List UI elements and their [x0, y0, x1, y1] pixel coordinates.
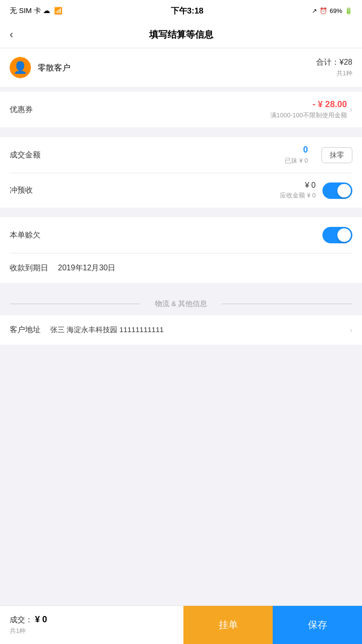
avatar-icon: 👤 — [13, 61, 28, 74]
arrearage-toggle[interactable] — [322, 227, 352, 243]
hang-button-label: 挂单 — [219, 618, 238, 631]
transaction-value: 0 — [285, 145, 308, 155]
wifi-icon: 📶 — [54, 7, 62, 14]
prepay-label: 冲预收 — [10, 185, 33, 196]
status-bar: 无 SIM 卡 ☁ 📶 下午3:18 ↗ ⏰ 69% 🔋 — [0, 0, 362, 21]
alarm-icon: ⏰ — [320, 7, 327, 14]
address-value: 张三 海淀永丰科技园 11111111111 — [50, 325, 350, 335]
prepay-text-block: ¥ 0 应收金额 ¥ 0 — [280, 181, 316, 200]
arrearage-label: 本单赊欠 — [10, 230, 41, 240]
coupon-description: 满1000-100不限制使用金额 — [270, 111, 347, 120]
hang-button[interactable]: 挂单 — [183, 606, 273, 644]
section-sep-1 — [0, 132, 362, 137]
main-content: 👤 零散客户 合计：¥28 共1种 优惠券 - ¥ 28.00 满1000-10… — [0, 48, 362, 494]
back-button[interactable]: ‹ — [10, 28, 13, 41]
bottom-deal-label: 成交： — [10, 616, 33, 624]
avatar: 👤 — [10, 57, 31, 78]
battery-label: 69% — [330, 7, 342, 14]
prepay-row: 冲预收 ¥ 0 应收金额 ¥ 0 — [0, 173, 362, 208]
transaction-right: 0 已抹 ¥ 0 抹零 — [285, 145, 352, 165]
customer-summary: 合计：¥28 共1种 — [316, 57, 352, 78]
customer-row: 👤 零散客户 合计：¥28 共1种 — [0, 48, 362, 87]
logistics-label: 物流 & 其他信息 — [155, 299, 207, 308]
toggle-knob — [337, 184, 351, 197]
total-count: 共1种 — [316, 69, 352, 78]
total-amount: 合计：¥28 — [316, 57, 352, 68]
address-row[interactable]: 客户地址 张三 海淀永丰科技园 11111111111 › — [0, 315, 362, 345]
sim-label: 无 SIM 卡 ☁ — [10, 6, 50, 15]
empty-space — [0, 350, 362, 446]
address-section: 客户地址 张三 海淀永丰科技园 11111111111 › — [0, 315, 362, 345]
save-button[interactable]: 保存 — [273, 606, 362, 644]
prepay-right: ¥ 0 应收金额 ¥ 0 — [280, 181, 352, 200]
transaction-value-block: 0 已抹 ¥ 0 — [285, 145, 308, 165]
transaction-sub: 已抹 ¥ 0 — [285, 156, 308, 165]
bottom-summary: 成交： ¥ 0 共1种 — [0, 615, 183, 635]
customer-name: 零散客户 — [38, 62, 70, 73]
coupon-row[interactable]: 优惠券 - ¥ 28.00 满1000-100不限制使用金额 › — [0, 92, 362, 127]
customer-section: 👤 零散客户 合计：¥28 共1种 — [0, 48, 362, 87]
prepay-value: ¥ 0 — [280, 181, 316, 190]
customer-left: 👤 零散客户 — [10, 57, 70, 78]
save-button-label: 保存 — [308, 618, 327, 631]
section-sep-3 — [0, 288, 362, 293]
address-chevron-icon: › — [350, 326, 352, 335]
status-left: 无 SIM 卡 ☁ 📶 — [10, 6, 62, 15]
section-sep-2 — [0, 212, 362, 217]
transaction-label: 成交金额 — [10, 150, 41, 160]
round-button[interactable]: 抹零 — [321, 147, 352, 163]
status-time: 下午3:18 — [171, 5, 204, 16]
arrearage-toggle-knob — [337, 228, 351, 242]
transaction-section: 成交金额 0 已抹 ¥ 0 抹零 冲预收 ¥ 0 应收金额 ¥ 0 — [0, 137, 362, 208]
nav-bar: ‹ 填写结算等信息 — [0, 21, 362, 48]
prepay-sub: 应收金额 ¥ 0 — [280, 191, 316, 200]
logistics-header: 物流 & 其他信息 — [0, 293, 362, 315]
coupon-label: 优惠券 — [10, 105, 33, 115]
due-date-label: 收款到期日 — [10, 263, 48, 273]
transaction-row: 成交金额 0 已抹 ¥ 0 抹零 — [0, 137, 362, 173]
page-title: 填写结算等信息 — [149, 28, 213, 41]
due-date-row: 收款到期日 2019年12月30日 — [0, 253, 362, 283]
battery-icon: 🔋 — [345, 7, 352, 14]
bottom-deal-amount: ¥ 0 — [35, 615, 47, 624]
prepay-toggle[interactable] — [322, 182, 352, 199]
bottom-bar: 成交： ¥ 0 共1种 挂单 保存 — [0, 605, 362, 644]
coupon-text-block: - ¥ 28.00 满1000-100不限制使用金额 — [270, 99, 347, 120]
arrearage-row: 本单赊欠 — [0, 217, 362, 253]
due-date-value: 2019年12月30日 — [58, 263, 115, 273]
bottom-count: 共1种 — [10, 627, 174, 635]
address-label: 客户地址 — [10, 325, 41, 335]
coupon-right: - ¥ 28.00 满1000-100不限制使用金额 › — [270, 99, 352, 120]
coupon-section: 优惠券 - ¥ 28.00 满1000-100不限制使用金额 › — [0, 92, 362, 127]
logistics-line-left — [10, 304, 140, 304]
status-right: ↗ ⏰ 69% 🔋 — [312, 7, 352, 14]
coupon-discount: - ¥ 28.00 — [270, 99, 347, 110]
arrearage-section: 本单赊欠 收款到期日 2019年12月30日 — [0, 217, 362, 283]
logistics-line-right — [222, 304, 352, 304]
location-icon: ↗ — [312, 7, 317, 14]
bottom-deal-line: 成交： ¥ 0 — [10, 615, 174, 625]
coupon-chevron-icon: › — [350, 105, 352, 114]
